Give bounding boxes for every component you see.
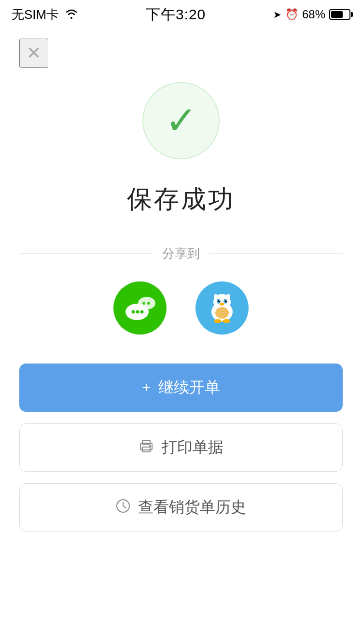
svg-point-17 bbox=[215, 307, 229, 319]
alarm-icon: ⏰ bbox=[285, 8, 298, 21]
success-title: 保存成功 bbox=[127, 182, 235, 216]
checkmark-icon: ✓ bbox=[165, 101, 197, 140]
print-button[interactable]: 打印单据 bbox=[19, 423, 343, 472]
success-circle: ✓ bbox=[142, 82, 220, 159]
share-section: 分享到 bbox=[19, 245, 343, 335]
close-icon: ✕ bbox=[27, 44, 41, 62]
qq-share-button[interactable] bbox=[195, 281, 249, 335]
svg-point-4 bbox=[132, 310, 135, 314]
share-divider-row: 分享到 bbox=[19, 245, 343, 262]
wechat-icon bbox=[124, 294, 156, 322]
svg-point-16 bbox=[220, 303, 224, 306]
main-content: ✕ ✓ 保存成功 分享到 bbox=[0, 29, 362, 644]
status-bar: 无SIM卡 下午3:20 ➤ ⏰ 68% bbox=[0, 0, 362, 29]
print-label: 打印单据 bbox=[162, 437, 223, 458]
svg-point-12 bbox=[218, 300, 221, 303]
svg-point-18 bbox=[214, 319, 222, 323]
share-label: 分享到 bbox=[162, 245, 200, 262]
close-button[interactable]: ✕ bbox=[19, 39, 48, 68]
battery-percent: 68% bbox=[302, 8, 325, 21]
divider-left bbox=[19, 253, 153, 254]
actions-section: + 继续开单 打印单据 查看销货单历史 bbox=[19, 364, 343, 532]
svg-point-13 bbox=[225, 300, 227, 303]
wechat-share-button[interactable] bbox=[113, 281, 167, 335]
svg-point-15 bbox=[226, 300, 227, 301]
svg-point-2 bbox=[147, 302, 150, 305]
printer-icon bbox=[139, 439, 154, 456]
svg-point-19 bbox=[223, 319, 230, 323]
status-left: 无SIM卡 bbox=[12, 6, 78, 23]
svg-point-1 bbox=[142, 302, 145, 305]
svg-point-6 bbox=[140, 310, 144, 314]
divider-right bbox=[209, 253, 343, 254]
svg-point-21 bbox=[226, 294, 230, 299]
svg-line-28 bbox=[123, 506, 126, 508]
plus-icon: + bbox=[142, 379, 151, 396]
svg-point-14 bbox=[219, 300, 220, 301]
share-icons-row bbox=[113, 281, 249, 335]
qq-icon bbox=[206, 292, 238, 324]
history-button[interactable]: 查看销货单历史 bbox=[19, 483, 343, 532]
battery-icon bbox=[329, 9, 350, 20]
status-right: ➤ ⏰ 68% bbox=[273, 8, 350, 21]
svg-point-25 bbox=[149, 445, 151, 447]
continue-label: 继续开单 bbox=[158, 377, 220, 398]
clock-icon bbox=[116, 499, 130, 517]
svg-point-5 bbox=[136, 310, 139, 314]
carrier-text: 无SIM卡 bbox=[12, 6, 59, 23]
wifi-icon bbox=[65, 7, 78, 22]
continue-button[interactable]: + 继续开单 bbox=[19, 364, 343, 412]
svg-point-20 bbox=[214, 294, 218, 299]
status-time: 下午3:20 bbox=[146, 5, 206, 25]
location-icon: ➤ bbox=[273, 9, 281, 20]
history-label: 查看销货单历史 bbox=[138, 497, 246, 518]
